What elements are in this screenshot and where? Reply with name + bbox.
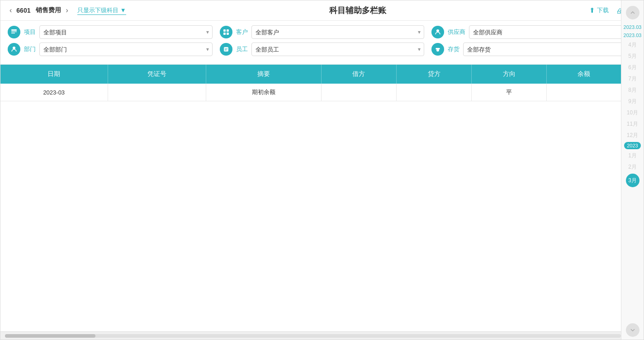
- filter-row-2: 部门 全部部门 员工 全部员工: [8, 42, 636, 56]
- col-debit: 借方: [321, 65, 396, 84]
- sidebar-month-6[interactable]: 6月: [628, 62, 637, 73]
- supplier-select[interactable]: 全部供应商: [469, 25, 636, 39]
- employee-icon: [220, 43, 232, 56]
- customer-select[interactable]: 全部客户: [251, 25, 425, 39]
- scrollbar-track: [5, 334, 621, 338]
- right-sidebar: 2023.03 2023.03 4月 5月 6月 7月 8月 9月 10月 11…: [621, 0, 644, 340]
- sidebar-month-3-active[interactable]: 3月: [626, 174, 639, 187]
- sidebar-month-4[interactable]: 4月: [628, 39, 637, 51]
- inventory-icon: [431, 43, 444, 56]
- sidebar-month-12[interactable]: 12月: [627, 130, 638, 141]
- sidebar-month-9[interactable]: 9月: [628, 96, 637, 107]
- svg-rect-3: [223, 29, 226, 32]
- employee-select-wrapper: 全部员工: [251, 42, 425, 56]
- download-label: 下载: [597, 6, 609, 14]
- svg-rect-4: [227, 29, 229, 32]
- next-account-btn[interactable]: ›: [64, 6, 70, 14]
- prev-account-btn[interactable]: ‹: [8, 6, 14, 14]
- inventory-label: 存货: [448, 45, 459, 53]
- sidebar-scroll-down-btn[interactable]: [626, 323, 639, 337]
- sidebar-month-2[interactable]: 2月: [628, 161, 637, 173]
- supplier-select-wrapper: 全部供应商: [469, 25, 636, 39]
- cell-debit: [321, 84, 396, 101]
- col-summary: 摘要: [206, 65, 322, 84]
- account-code: 6601: [16, 7, 30, 14]
- svg-point-7: [436, 29, 439, 32]
- download-icon: ⬆: [589, 6, 595, 14]
- employee-select[interactable]: 全部员工: [251, 42, 425, 56]
- horizontal-scrollbar[interactable]: [0, 331, 625, 340]
- account-name: 销售费用: [36, 6, 61, 14]
- department-label: 部门: [24, 45, 36, 53]
- sidebar-month-7[interactable]: 7月: [628, 73, 637, 85]
- department-icon: [8, 43, 20, 56]
- col-direction: 方向: [472, 65, 547, 84]
- project-select-wrapper: 全部项目: [39, 25, 213, 39]
- department-select-wrapper: 全部部门: [39, 42, 213, 56]
- customer-label: 客户: [236, 28, 248, 36]
- cell-date: 2023-03: [0, 84, 108, 101]
- filter-customer: 客户 全部客户: [220, 25, 425, 39]
- sidebar-year-badge: 2023: [624, 142, 640, 149]
- download-btn[interactable]: ⬆ 下载: [589, 6, 609, 14]
- department-select[interactable]: 全部部门: [39, 42, 213, 56]
- customer-icon: [220, 26, 232, 38]
- inventory-select-wrapper: 全部存货: [463, 42, 636, 56]
- svg-point-8: [13, 47, 15, 49]
- supplier-icon: [431, 26, 444, 38]
- col-voucher: 凭证号: [108, 65, 206, 84]
- cell-direction: 平: [472, 84, 547, 101]
- ledger-table: 日期 凭证号 摘要 借方 贷方 方向 余额 2023-03 期初余额 平: [0, 65, 621, 101]
- filter-row-1: 项目 全部项目 客户 全部客户: [8, 25, 636, 39]
- filter-employee: 员工 全部员工: [220, 42, 425, 56]
- cell-voucher: [108, 84, 206, 101]
- sidebar-month-5[interactable]: 5月: [628, 51, 637, 62]
- svg-rect-0: [11, 29, 17, 31]
- project-select[interactable]: 全部项目: [39, 25, 213, 39]
- filter-supplier: 供应商 全部供应商: [431, 25, 636, 39]
- sidebar-month-1[interactable]: 1月: [628, 150, 637, 161]
- svg-rect-1: [11, 32, 17, 33]
- filter-section: 项目 全部项目 客户 全部客户: [0, 21, 644, 65]
- table-header-row: 日期 凭证号 摘要 借方 贷方 方向 余额: [0, 65, 621, 84]
- cell-balance: [547, 84, 621, 101]
- show-sub-chevron: ▼: [120, 7, 126, 14]
- header-bar: ‹ 6601 销售费用 › 只显示下级科目 ▼ 科目辅助多栏账 ⬆ 下载 🖨 打…: [0, 0, 644, 21]
- svg-rect-9: [224, 47, 228, 52]
- scrollbar-thumb[interactable]: [5, 334, 95, 338]
- employee-label: 员工: [236, 45, 248, 53]
- supplier-label: 供应商: [448, 28, 465, 36]
- svg-rect-2: [11, 33, 15, 34]
- show-sub-label: 只显示下级科目: [77, 6, 118, 14]
- page-title: 科目辅助多栏账: [126, 5, 589, 16]
- sidebar-month-8[interactable]: 8月: [628, 85, 637, 96]
- show-sub-btn[interactable]: 只显示下级科目 ▼: [77, 6, 126, 15]
- customer-select-wrapper: 全部客户: [251, 25, 425, 39]
- sidebar-month-10[interactable]: 10月: [627, 107, 638, 118]
- col-credit: 贷方: [397, 65, 472, 84]
- sidebar-scroll-up-btn[interactable]: [626, 6, 639, 19]
- col-balance: 余额: [547, 65, 621, 84]
- col-date: 日期: [0, 65, 108, 84]
- filter-inventory: 存货 全部存货: [431, 42, 636, 56]
- sidebar-date-1[interactable]: 2023.03: [623, 23, 643, 31]
- project-label: 项目: [24, 28, 36, 36]
- filter-department: 部门 全部部门: [8, 42, 213, 56]
- cell-credit: [397, 84, 472, 101]
- main-window: ‹ 6601 销售费用 › 只显示下级科目 ▼ 科目辅助多栏账 ⬆ 下载 🖨 打…: [0, 0, 644, 340]
- svg-rect-6: [227, 33, 229, 35]
- table-row: 2023-03 期初余额 平: [0, 84, 621, 101]
- sidebar-month-11[interactable]: 11月: [627, 118, 638, 130]
- cell-summary: 期初余额: [206, 84, 322, 101]
- filter-project: 项目 全部项目: [8, 25, 213, 39]
- table-container: 日期 凭证号 摘要 借方 贷方 方向 余额 2023-03 期初余额 平: [0, 65, 621, 314]
- project-icon: [8, 26, 20, 38]
- sidebar-date-2[interactable]: 2023.03: [623, 31, 643, 39]
- svg-rect-5: [223, 33, 226, 35]
- inventory-select[interactable]: 全部存货: [463, 42, 636, 56]
